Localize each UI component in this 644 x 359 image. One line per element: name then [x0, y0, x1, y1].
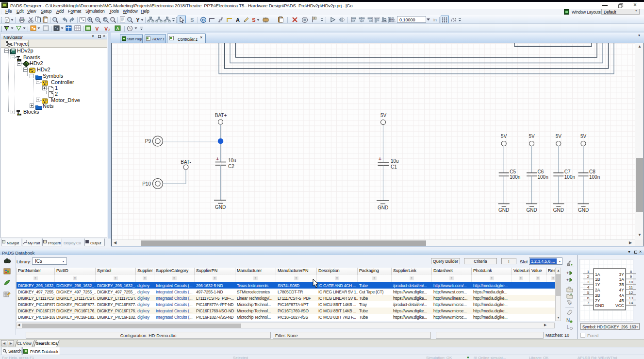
svg-text:5V: 5V [556, 134, 562, 139]
svg-text:5V: 5V [501, 134, 507, 139]
svg-text:GND: GND [595, 303, 604, 308]
svg-text:GND: GND [526, 207, 537, 213]
svg-text:GND: GND [553, 207, 564, 213]
svg-text:1B: 1B [595, 277, 600, 282]
svg-text:14: 14 [629, 301, 633, 305]
svg-text:3A: 3A [619, 277, 625, 282]
svg-text:GND: GND [498, 207, 509, 213]
svg-text:100n: 100n [564, 174, 575, 180]
svg-text:BAT-: BAT- [181, 159, 191, 165]
svg-text:2A: 2A [595, 288, 600, 292]
svg-text:10: 10 [629, 280, 633, 284]
svg-text:GND: GND [378, 205, 388, 210]
svg-text:A: A [236, 17, 240, 23]
svg-text:N: N [566, 318, 570, 323]
svg-text:+: + [569, 302, 571, 306]
svg-text:V: V [104, 26, 108, 32]
svg-text:1A: 1A [595, 272, 600, 277]
svg-text:2: 2 [108, 28, 110, 32]
svg-text:7: 7 [587, 301, 590, 305]
svg-text:A: A [116, 26, 119, 31]
svg-text:100n: 100n [589, 174, 600, 180]
svg-text:P10: P10 [142, 181, 151, 187]
svg-text:VCC: VCC [615, 303, 624, 308]
svg-text:11: 11 [629, 285, 633, 290]
svg-text:C6: C6 [538, 169, 544, 174]
svg-text:C2: C2 [228, 164, 234, 169]
svg-text:C1: C1 [391, 164, 397, 170]
svg-text:5V: 5V [528, 134, 535, 139]
svg-text:Y: Y [136, 17, 140, 23]
svg-text:5V: 5V [580, 134, 587, 139]
svg-text:2: 2 [587, 274, 590, 279]
svg-text:1: 1 [587, 270, 590, 274]
svg-text:6: 6 [587, 296, 590, 300]
svg-text:±: ± [566, 277, 569, 282]
svg-text:5: 5 [587, 291, 590, 295]
svg-text:S: S [252, 17, 255, 23]
svg-text:D: D [202, 18, 205, 22]
svg-text:10u: 10u [391, 158, 399, 164]
svg-text:2B: 2B [595, 293, 600, 298]
svg-text:10u: 10u [228, 158, 236, 163]
svg-text:GND: GND [578, 207, 589, 213]
svg-text:9: 9 [630, 274, 632, 279]
svg-text:P9: P9 [145, 138, 151, 144]
svg-text:100n: 100n [510, 174, 520, 180]
svg-text:GND: GND [215, 205, 226, 210]
svg-text:S: S [190, 17, 194, 23]
svg-text:C8: C8 [589, 169, 595, 174]
svg-text:L: L [567, 325, 570, 330]
svg-text:4A: 4A [619, 293, 625, 298]
svg-text:4: 4 [587, 285, 590, 290]
svg-text:a: a [455, 17, 456, 20]
svg-text:4B: 4B [619, 298, 625, 303]
svg-text:BAT+: BAT+ [215, 113, 227, 118]
svg-text:R: R [314, 17, 315, 20]
svg-text:4Y: 4Y [619, 288, 625, 292]
svg-text:13: 13 [629, 296, 633, 300]
svg-text:V: V [95, 26, 99, 32]
svg-text:1Y: 1Y [595, 282, 600, 287]
svg-text:3Y: 3Y [619, 272, 625, 277]
svg-text:C7: C7 [564, 169, 571, 174]
svg-text:100n: 100n [538, 174, 548, 180]
svg-text:+: + [379, 156, 381, 162]
svg-text:+: + [216, 156, 219, 162]
svg-text:3: 3 [587, 280, 590, 284]
svg-text:C5: C5 [510, 169, 516, 174]
svg-text:5V: 5V [380, 113, 387, 118]
svg-text:2Y: 2Y [595, 298, 600, 303]
svg-text:12: 12 [629, 291, 633, 295]
svg-text:+: + [566, 271, 569, 275]
svg-text:8: 8 [630, 270, 632, 274]
svg-text:3B: 3B [619, 282, 625, 287]
